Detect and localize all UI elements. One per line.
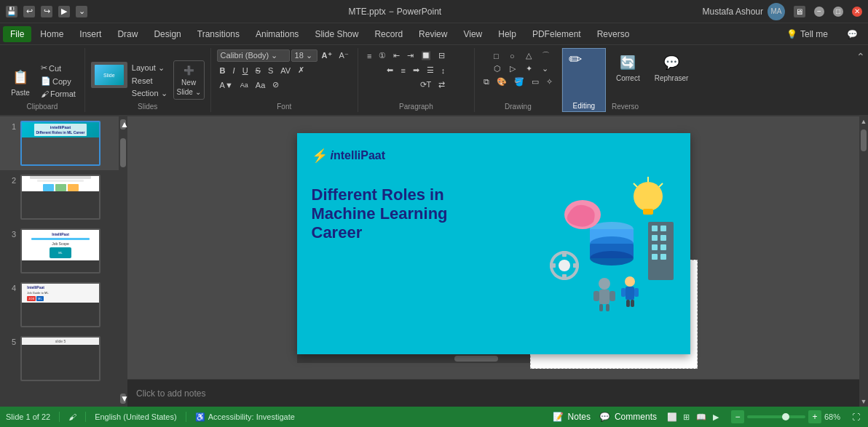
shadow-button[interactable]: S: [265, 64, 276, 76]
shape-6[interactable]: ▷: [509, 63, 524, 74]
present-icon[interactable]: ▶: [58, 6, 70, 17]
eraser-button[interactable]: ⊘: [269, 79, 282, 91]
indent-decrease-button[interactable]: ⇤: [390, 49, 403, 62]
scroll-arrow-up[interactable]: ▲: [120, 119, 126, 129]
menu-help[interactable]: Help: [491, 26, 524, 42]
decrease-font-button[interactable]: A⁻: [336, 49, 352, 62]
smartart-button[interactable]: 🔲: [418, 49, 434, 62]
notes-button[interactable]: 📝 Notes: [553, 412, 591, 422]
shape-more[interactable]: ⌄: [541, 63, 556, 74]
zoom-out-button[interactable]: −: [731, 410, 744, 423]
right-scrollbar[interactable]: ▲ ▼: [859, 116, 868, 407]
cut-button[interactable]: ✂ Cut: [38, 62, 79, 74]
shape-fill-button[interactable]: 🪣: [511, 76, 527, 88]
menu-file[interactable]: File: [3, 26, 31, 42]
redo-icon[interactable]: ↪: [41, 6, 52, 17]
italic-button[interactable]: I: [230, 64, 238, 76]
normal-view-button[interactable]: ⬜: [666, 410, 679, 423]
menu-review[interactable]: Review: [411, 26, 454, 42]
close-button[interactable]: ✕: [852, 7, 862, 17]
slide-canvas[interactable]: ⚡ intelliPaat Different Roles in Machine…: [297, 133, 690, 354]
scroll-down-arrow[interactable]: ▼: [861, 398, 867, 405]
comments-icon[interactable]: 💬: [840, 26, 865, 42]
shape-3[interactable]: △: [525, 49, 540, 62]
font-size-big[interactable]: Aa: [253, 79, 268, 91]
list-bullet-button[interactable]: ≡: [364, 49, 374, 62]
shape-5[interactable]: ⬡: [493, 63, 508, 74]
text-direction-button[interactable]: ⟳T: [417, 79, 435, 91]
zoom-in-button[interactable]: +: [808, 410, 821, 423]
underline-button[interactable]: U: [240, 64, 251, 76]
more-icon[interactable]: ⌄: [76, 6, 87, 17]
h-scroll-thumb[interactable]: [454, 356, 498, 362]
undo-icon[interactable]: ↩: [23, 6, 35, 17]
font-family-dropdown[interactable]: Calibri (Body) ⌄: [217, 49, 290, 62]
line-spacing-button[interactable]: ↕: [438, 64, 449, 76]
align-center-button[interactable]: ≡: [398, 64, 408, 76]
format-painter-button[interactable]: 🖌 Format: [38, 88, 79, 100]
notes-bar[interactable]: Click to add notes: [127, 379, 859, 407]
shape-effects-button[interactable]: ✧: [543, 76, 556, 88]
arrange-button[interactable]: ⧉: [481, 76, 492, 88]
slide-item-2[interactable]: 2: [0, 170, 119, 224]
scroll-up-arrow[interactable]: ▲: [861, 118, 867, 125]
scroll-thumb[interactable]: [120, 138, 126, 167]
maximize-button[interactable]: □: [833, 7, 843, 17]
indent-increase-button[interactable]: ⇥: [404, 49, 417, 62]
section-button[interactable]: Section ⌄: [129, 87, 170, 100]
slideshow-button[interactable]: ▶: [709, 410, 722, 423]
clear-format-button[interactable]: ✗: [295, 64, 307, 76]
menu-view[interactable]: View: [456, 26, 489, 42]
font-size-small[interactable]: Aa: [237, 79, 251, 91]
slide-panel-scrollbar[interactable]: ▲ ▼: [119, 116, 127, 407]
menu-insert[interactable]: Insert: [72, 26, 108, 42]
slide-layout-button[interactable]: Layout ⌄: [129, 62, 170, 74]
columns-button[interactable]: ⊟: [435, 49, 448, 62]
rephraser-button[interactable]: 💬 Rephraser: [650, 49, 693, 85]
list-number-button[interactable]: ①: [376, 49, 389, 62]
shape-2[interactable]: ○: [509, 49, 524, 62]
char-spacing-button[interactable]: AV: [277, 64, 293, 76]
menu-reverso[interactable]: Reverso: [590, 26, 637, 42]
font-color-button[interactable]: A▼: [217, 79, 236, 91]
font-size-dropdown[interactable]: 18 ⌄: [291, 49, 317, 62]
menu-animations[interactable]: Animations: [248, 26, 306, 42]
paste-button[interactable]: 📋 Paste: [6, 64, 35, 100]
menu-tell-me[interactable]: 💡 Tell me: [779, 26, 835, 42]
zoom-slider[interactable]: [747, 415, 805, 418]
slide-item-4[interactable]: 4 IntelliPaat Job Guide to ML JOB ML: [0, 278, 119, 332]
v-scroll-thumb[interactable]: [861, 129, 867, 151]
shape-7[interactable]: ✦: [525, 63, 540, 74]
align-right-button[interactable]: ➡: [410, 64, 422, 76]
zoom-slider-thumb[interactable]: [782, 413, 789, 420]
correct-button[interactable]: 🔄 Correct: [612, 49, 644, 85]
shape-4[interactable]: ⌒: [541, 49, 556, 62]
save-icon[interactable]: 💾: [6, 6, 17, 17]
scroll-arrow-down[interactable]: ▼: [120, 394, 126, 404]
bold-button[interactable]: B: [217, 64, 229, 76]
monitor-icon[interactable]: 🖥: [794, 6, 805, 17]
menu-record[interactable]: Record: [367, 26, 410, 42]
menu-draw[interactable]: Draw: [110, 26, 145, 42]
minimize-button[interactable]: −: [814, 7, 824, 17]
comments-button[interactable]: 💬 Comments: [599, 412, 657, 422]
new-slide-button[interactable]: ➕ New Slide ⌄: [173, 60, 205, 100]
menu-pdfelement[interactable]: PDFelement: [525, 26, 588, 42]
ribbon-collapse[interactable]: ⌃: [853, 48, 868, 112]
menu-design[interactable]: Design: [146, 26, 188, 42]
slide-item-3[interactable]: 3 IntelliPaat Job Scope ML: [0, 224, 119, 278]
slide-item-5[interactable]: 5 slide 5: [0, 332, 119, 386]
strikethrough-button[interactable]: S: [253, 64, 264, 76]
justify-button[interactable]: ☰: [424, 64, 437, 76]
shape-outline-button[interactable]: ▭: [529, 76, 542, 88]
slide-sorter-button[interactable]: ⊞: [680, 410, 693, 423]
fit-screen-button[interactable]: ⛶: [849, 410, 862, 423]
increase-font-button[interactable]: A⁺: [319, 49, 335, 62]
shape-1[interactable]: □: [493, 49, 508, 62]
align-left-button[interactable]: ⬅: [384, 64, 396, 76]
menu-home[interactable]: Home: [33, 26, 71, 42]
reading-view-button[interactable]: 📖: [695, 410, 708, 423]
menu-transitions[interactable]: Transitions: [190, 26, 247, 42]
quick-styles-button[interactable]: 🎨: [494, 76, 510, 88]
reset-button[interactable]: Reset: [129, 75, 170, 87]
